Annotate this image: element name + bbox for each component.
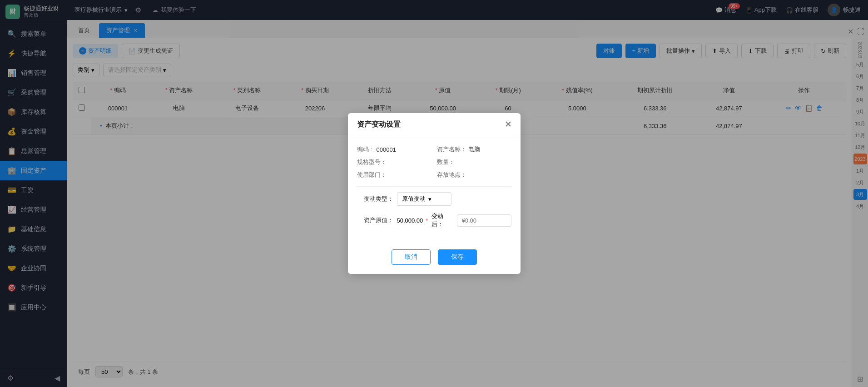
dialog-asset-name-value: 电脑 — [468, 145, 480, 154]
dialog-body: 编码： 000001 资产名称： 电脑 规格型号： 数量： 使用部门： — [348, 136, 521, 244]
dialog-asset-name-field: 资产名称： 电脑 — [437, 145, 511, 154]
save-button[interactable]: 保存 — [438, 249, 477, 265]
cancel-button[interactable]: 取消 — [392, 249, 431, 265]
dialog-info-grid: 编码： 000001 资产名称： 电脑 规格型号： 数量： 使用部门： — [357, 145, 511, 179]
dialog-close-button[interactable]: ✕ — [505, 119, 511, 129]
dialog-value-row: 资产原值： 50,000.00 * 变动后： — [357, 212, 511, 228]
required-star: * — [426, 217, 428, 224]
change-type-dropdown-icon: ▾ — [428, 196, 432, 203]
dialog-dept-field: 使用部门： — [357, 171, 432, 179]
dialog-header: 资产变动设置 ✕ — [348, 113, 521, 136]
dialog-location-field: 存放地点： — [437, 171, 511, 179]
change-type-select[interactable]: 原值变动 ▾ — [397, 192, 451, 206]
dialog-code-field: 编码： 000001 — [357, 145, 432, 154]
dialog-spec-field: 规格型号： — [357, 158, 432, 166]
dialog-footer: 取消 保存 — [348, 244, 521, 274]
after-value-input[interactable] — [457, 214, 511, 227]
dialog-code-value: 000001 — [377, 146, 396, 153]
dialog-quantity-field: 数量： — [437, 158, 511, 166]
dialog-change-type-row: 变动类型： 原值变动 ▾ — [357, 192, 511, 206]
dialog-divider — [357, 186, 511, 187]
asset-change-dialog: 资产变动设置 ✕ 编码： 000001 资产名称： 电脑 规格型号： 数量： — [348, 113, 521, 274]
modal-overlay[interactable]: 资产变动设置 ✕ 编码： 000001 资产名称： 电脑 规格型号： 数量： — [0, 0, 868, 387]
dialog-original-value-display: 50,000.00 — [397, 217, 423, 224]
dialog-title: 资产变动设置 — [357, 120, 401, 129]
